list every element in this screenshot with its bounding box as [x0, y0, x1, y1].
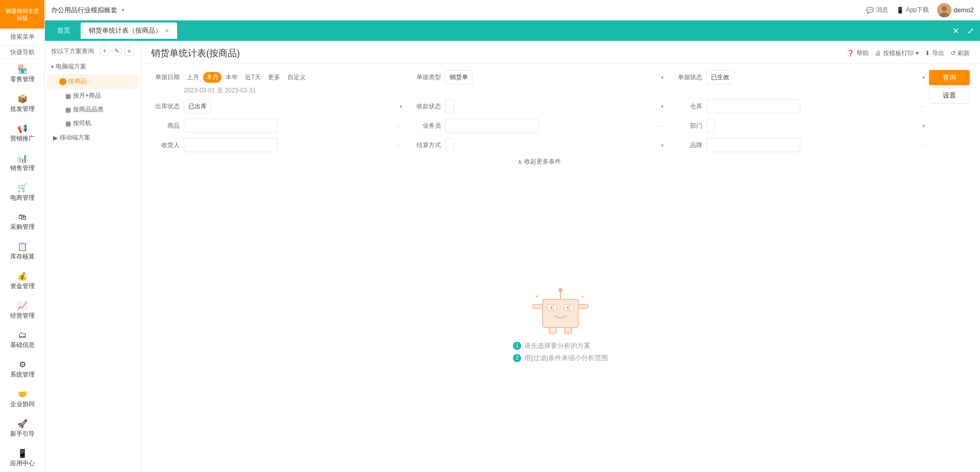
date-btn-lastmonth[interactable]: 上月 [184, 72, 202, 83]
date-btn-more[interactable]: 更多 [265, 72, 283, 83]
tree-item-by-month-goods[interactable]: ▦ 按月+商品 [47, 89, 138, 103]
doctype-select[interactable]: 销货单 [445, 70, 473, 84]
salesman-label: 业务员 [410, 122, 445, 130]
print-icon: 🖨 [875, 50, 881, 57]
sidebar-item-appstore[interactable]: 📱 应用中心 [0, 443, 44, 472]
brand-control: ··· [706, 138, 929, 152]
brand-input[interactable] [706, 138, 800, 152]
sidebar-item-system[interactable]: ⚙ 系统管理 [0, 355, 44, 384]
filter-cell-doctype: 单据类型 销货单 ▾ [410, 70, 668, 84]
sidebar-item-label-appstore: 应用中心 [10, 459, 35, 468]
finance-icon: 💰 [17, 271, 28, 281]
filter-cell-collection: 收款状态 ▾ [410, 99, 668, 113]
recipient-input[interactable] [184, 138, 278, 152]
export-button[interactable]: ⬇ 导出 [925, 49, 944, 58]
filter-cell-recipient: 收货人 ··· [149, 138, 406, 152]
user-name: demo2 [953, 6, 974, 14]
sidebar-item-sales[interactable]: 📊 销售管理 [0, 148, 44, 178]
tree-item-by-goods[interactable]: 按商品 [47, 74, 138, 89]
date-btn-7days[interactable]: 近7天 [242, 72, 264, 83]
msg-button[interactable]: 💬 消息 [866, 6, 888, 14]
settlement-select[interactable] [445, 138, 454, 152]
sidebar-quicknav[interactable]: 快捷导航 [0, 46, 44, 59]
sidebar-item-purchase[interactable]: 🛍 采购管理 [0, 207, 44, 237]
filter-cell-dept: 部门 ▾ [672, 119, 929, 133]
sidebar-item-ecommerce[interactable]: 🛒 电商管理 [0, 178, 44, 207]
tree-group-mobile[interactable]: ▶ 移动端方案 [45, 130, 140, 145]
empty-illustration: ✦ ✦ [530, 274, 591, 335]
sidebar-item-label-finance: 资金管理 [10, 282, 35, 291]
settings-button[interactable]: 设置 [929, 87, 970, 104]
tree-group-pc-label: 电脑端方案 [56, 62, 86, 71]
filter-cell-outstatus: 出库状态 已出库 ▾ [149, 99, 406, 113]
tab-close-icon[interactable]: × [165, 27, 169, 34]
page-header: 销货单统计表(按商品) ❓ 帮助 🖨 按模板打印 ▾ ⬇ 导出 [141, 41, 980, 64]
tree-item-by-category[interactable]: ▦ 按商品品类 [47, 103, 138, 116]
sidebar-search[interactable]: 搜索菜单 [0, 29, 44, 46]
add-scheme-button[interactable]: + [100, 46, 110, 56]
collection-select[interactable] [445, 99, 454, 113]
filter-row-4: 收货人 ··· 结算方式 [149, 138, 929, 152]
industry-dropdown-icon[interactable]: ▾ [121, 7, 125, 13]
topbar-left: 办公用品行业模拟账套 ▾ [51, 6, 125, 15]
sidebar-item-operations[interactable]: 📈 经营管理 [0, 296, 44, 325]
tree-group-pc[interactable]: ▾ 电脑端方案 [47, 59, 138, 74]
print-button[interactable]: 🖨 按模板打印 ▾ [875, 49, 919, 58]
export-label: 导出 [932, 49, 944, 58]
refresh-icon: ↺ [950, 50, 955, 57]
sidebar-item-enterprise[interactable]: 🤝 企业协同 [0, 384, 44, 414]
retail-icon: 🏪 [17, 64, 28, 74]
sidebar-item-retail[interactable]: 🏪 零售管理 [0, 59, 44, 89]
goods-input[interactable] [184, 119, 278, 133]
guide-icon: 🚀 [17, 419, 28, 429]
empty-step-2: 2 用[过滤]条件来缩小分析范围 [513, 353, 607, 363]
tree-item-by-driver[interactable]: ▦ 按司机 [47, 116, 138, 130]
warehouse-input[interactable] [706, 99, 800, 113]
collapse-more-button[interactable]: ∧ 收起更多条件 [518, 157, 561, 166]
topbar: 办公用品行业模拟账套 ▾ 💬 消息 📱 App下载 de [45, 0, 980, 20]
app-download-button[interactable]: 📱 App下载 [896, 6, 929, 14]
outstatus-select[interactable]: 已出库 [184, 99, 211, 113]
tabbar-expand-button[interactable]: ⤢ [965, 24, 976, 38]
collapse-panel-button[interactable]: « [124, 46, 134, 56]
warehouse-control: ··· [706, 99, 929, 113]
refresh-button[interactable]: ↺ 刷新 [950, 49, 970, 58]
user-menu[interactable]: demo2 [937, 3, 974, 17]
dept-select[interactable] [706, 119, 716, 133]
date-shortcut-buttons: 上月 本月 本年 近7天 更多 自定义 [184, 72, 309, 83]
help-button[interactable]: ❓ 帮助 [847, 49, 869, 58]
outstatus-control: 已出库 ▾ [184, 99, 406, 113]
tab-home[interactable]: 首页 [49, 22, 79, 39]
docstatus-label: 单据状态 [672, 73, 706, 82]
tab-active[interactable]: 销货单统计表（按商品） × [81, 22, 177, 39]
industry-label: 办公用品行业模拟账套 [51, 6, 117, 15]
filter-row-1: 单据日期 上月 本月 本年 近7天 更多 [149, 70, 929, 84]
sidebar-item-basic[interactable]: 🗂 基础信息 [0, 325, 44, 355]
brand-label: 品牌 [672, 141, 706, 150]
collection-dropdown-arrow: ▾ [661, 104, 664, 109]
tree-group-mobile-label: 移动端方案 [60, 133, 90, 142]
sidebar-item-label-inventory: 库存核算 [10, 252, 35, 261]
sidebar-item-wholesale[interactable]: 📦 批发管理 [0, 89, 44, 119]
ecommerce-icon: 🛒 [17, 183, 28, 193]
sidebar-item-inventory[interactable]: 📋 库存核算 [0, 237, 44, 266]
outstatus-label: 出库状态 [149, 102, 184, 111]
edit-scheme-button[interactable]: ✎ [112, 46, 122, 56]
query-button[interactable]: 查询 [929, 70, 970, 85]
docstatus-select[interactable]: 已生效 [706, 70, 734, 84]
date-btn-custom[interactable]: 自定义 [284, 72, 309, 83]
sidebar-item-guide[interactable]: 🚀 新手引导 [0, 414, 44, 443]
svg-rect-12 [532, 304, 543, 309]
sidebar-item-finance[interactable]: 💰 资金管理 [0, 266, 44, 296]
sidebar-item-label-system: 系统管理 [10, 370, 35, 379]
tabbar-close-button[interactable]: ✕ [950, 24, 961, 38]
sidebar-item-label-wholesale: 批发管理 [10, 105, 35, 113]
page-title: 销货单统计表(按商品) [151, 47, 240, 59]
date-btn-thismonth[interactable]: 本月 [203, 72, 222, 83]
sidebar-item-marketing[interactable]: 📢 营销推广 [0, 119, 44, 148]
filter-cell-goods: 商品 ··· [149, 119, 406, 133]
date-btn-thisyear[interactable]: 本年 [223, 72, 241, 83]
salesman-input[interactable] [445, 119, 539, 133]
page-actions: ❓ 帮助 🖨 按模板打印 ▾ ⬇ 导出 ↺ 刷新 [847, 49, 970, 58]
marketing-icon: 📢 [17, 124, 28, 133]
